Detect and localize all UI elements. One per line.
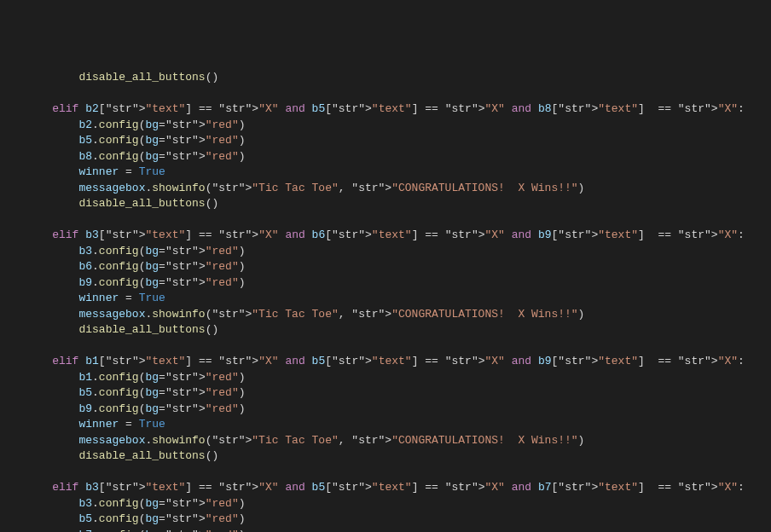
code-line: b3.config(bg="str">"red") (26, 496, 771, 512)
code-line: b5.config(bg="str">"red") (26, 133, 771, 149)
code-line: b5.config(bg="str">"red") (26, 512, 771, 528)
code-line: winner = True (26, 417, 771, 433)
code-line (26, 338, 771, 355)
code-line: disable_all_buttons() (26, 196, 771, 212)
code-line: winner = True (26, 165, 771, 181)
code-line: b9.config(bg="str">"red") (26, 402, 771, 418)
code-line: b7.config(bg="str">"red") (26, 528, 771, 533)
code-line: elif b2["str">"text"] == "str">"X" and b… (26, 101, 771, 118)
code-line: b2.config(bg="str">"red") (26, 118, 771, 134)
code-line: elif b3["str">"text"] == "str">"X" and b… (26, 228, 771, 244)
code-line: elif b3["str">"text"] == "str">"X" and b… (26, 480, 771, 496)
code-line (26, 86, 771, 102)
code-line: b3.config(bg="str">"red") (26, 244, 771, 260)
code-line: messagebox.showinfo("str">"Tic Tac Toe",… (26, 181, 771, 197)
code-line: disable_all_buttons() (26, 448, 771, 465)
code-editor[interactable]: disable_all_buttons() elif b2["str">"tex… (0, 70, 771, 532)
code-line: b6.config(bg="str">"red") (26, 259, 771, 275)
code-line: winner = True (26, 291, 771, 307)
code-line: elif b1["str">"text"] == "str">"X" and b… (26, 354, 771, 370)
code-line (26, 212, 771, 228)
code-line: b5.config(bg="str">"red") (26, 385, 771, 402)
code-line: messagebox.showinfo("str">"Tic Tac Toe",… (26, 307, 771, 323)
code-line: disable_all_buttons() (26, 322, 771, 338)
code-line: b1.config(bg="str">"red") (26, 370, 771, 386)
code-line: b8.config(bg="str">"red") (26, 149, 771, 165)
code-line: b9.config(bg="str">"red") (26, 275, 771, 292)
code-line: disable_all_buttons() (26, 70, 771, 86)
code-line (26, 465, 771, 481)
code-line: messagebox.showinfo("str">"Tic Tac Toe",… (26, 433, 771, 449)
